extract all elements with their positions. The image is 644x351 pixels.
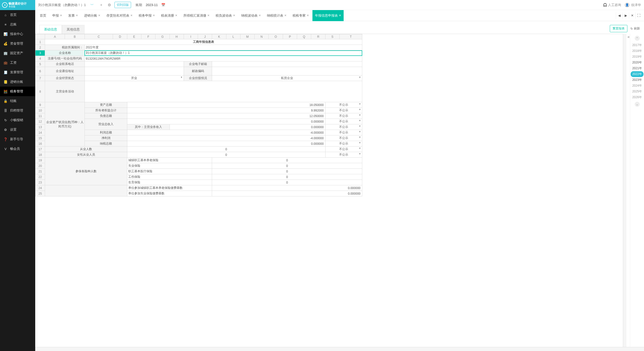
cell[interactable]: 0 [127,152,325,158]
cell[interactable] [85,81,362,102]
cell[interactable]: 不公示 [325,113,362,119]
nav-新手引导[interactable]: ❓新手引导 [0,134,35,144]
col-header[interactable]: T [339,34,362,39]
row-number[interactable]: 21 [35,169,45,174]
tab-close-icon[interactable]: ✕ [175,14,177,17]
cell[interactable] [85,67,184,76]
cell[interactable] [212,61,362,67]
row-number[interactable]: 5 [35,61,45,67]
status-dropdown[interactable]: 开业 [85,76,184,81]
settings-icon[interactable]: ⚙ [106,3,112,7]
vertical-scrollbar[interactable] [623,34,626,347]
cell[interactable]: 0 [212,158,362,163]
cell[interactable]: 0.000000 [127,119,325,124]
cell[interactable]: 0.000000 [170,124,325,130]
col-header[interactable]: B [65,34,85,39]
tab-close-icon[interactable]: ✕ [259,14,261,17]
col-header[interactable]: K [212,34,226,39]
row-number[interactable]: 13 [35,124,45,130]
year-down-icon[interactable]: ⌄ [635,102,640,107]
row-number[interactable]: 12 [35,119,45,124]
row-number[interactable]: 17 [35,147,45,152]
cell[interactable]: 不公示 [325,108,362,113]
cell[interactable]: 0 [212,180,362,185]
tabs-prev-icon[interactable]: ◀ [616,12,622,19]
col-header[interactable]: L [226,34,240,39]
nav-结账[interactable]: 🔒结账 [0,96,35,106]
col-header[interactable]: J [198,34,212,39]
nav-资金管理[interactable]: 💰资金管理 [0,39,35,48]
tab-close-icon[interactable]: ✕ [339,14,341,17]
cell[interactable] [212,67,362,76]
row-number[interactable]: 9 [35,102,45,108]
refresh-button[interactable]: ↻ 刷新 [630,26,640,31]
nav-畅会员[interactable]: V畅会员 [0,144,35,154]
cell[interactable]: 9.992000 [127,108,325,113]
company-value[interactable]: 刘小艳演示账套（勿删勿动！）1 [85,50,362,56]
cell[interactable]: 不公示 [325,135,362,141]
cell[interactable]: 0 [127,147,325,152]
cell[interactable]: 0.000000 [212,185,362,191]
tab-税检专家[interactable]: 税检专家✕ [290,10,311,21]
row-number[interactable]: 23 [35,180,45,185]
tab-年报信息申报表[interactable]: 年报信息申报表✕ [312,10,344,21]
row-number[interactable]: 19 [35,158,45,163]
cell[interactable]: -4.000000 [127,135,325,141]
tab-close-icon[interactable]: ✕ [76,14,78,17]
nav-归档管理[interactable]: 🗄归档管理 [0,106,35,115]
row-number[interactable]: 20 [35,163,45,169]
cell[interactable]: -4.000000 [127,130,325,135]
nav-小畅报销[interactable]: ↻小畅报销 [0,115,35,125]
tab-close-icon[interactable]: ✕ [153,14,155,17]
col-header[interactable]: S [325,34,339,39]
nav-工资[interactable]: 💼工资 [0,58,35,67]
row-number[interactable]: 8 [35,81,45,102]
row-number[interactable]: 11 [35,113,45,119]
tabs-close-all-icon[interactable]: ✕ [629,12,635,19]
tab-税负波动表[interactable]: 税负波动表✕ [213,10,238,21]
row-number[interactable]: 15 [35,135,45,141]
row-number[interactable]: 1 [35,39,45,45]
year-2026年[interactable]: 2026年 [631,94,643,100]
tab-进销台账[interactable]: 进销台账✕ [82,10,103,21]
cell[interactable]: 0 [212,169,362,174]
calendar-icon[interactable]: 📅 [161,3,165,7]
col-header[interactable]: I [184,34,198,39]
col-header[interactable]: F [141,34,155,39]
cell[interactable]: 12.050000 [127,113,325,119]
nav-报表中心[interactable]: 📊报表中心 [0,29,35,39]
cell[interactable]: 不公示 [325,152,362,158]
tab-税务申报[interactable]: 税务申报✕ [136,10,157,21]
row-number[interactable]: 7 [35,76,45,81]
cell[interactable]: 0.000000 [212,191,362,196]
cell[interactable] [85,61,184,67]
nav-总账[interactable]: ≡总账 [0,20,35,29]
col-header[interactable]: R [311,34,325,39]
col-header[interactable] [35,34,45,39]
col-header[interactable]: D [113,34,127,39]
cell[interactable]: 不公示 [325,102,362,108]
tab-close-icon[interactable]: ✕ [98,14,100,17]
row-number[interactable]: 2 [35,45,45,50]
account-dropdown-icon[interactable]: ﹀ [88,3,96,7]
regno-value[interactable]: 91320811MA7NGR2W6R [85,56,362,61]
tab-所得税汇算清缴[interactable]: 所得税汇算清缴✕ [181,10,212,21]
horizontal-scrollbar[interactable] [35,347,644,351]
nav-税务管理[interactable]: 🧮税务管理 [0,87,35,96]
row-number[interactable]: 3 [35,50,45,56]
cell[interactable]: 18.050000 [127,102,325,108]
year-up-icon[interactable]: ⌃ [635,36,640,41]
row-number[interactable]: 18 [35,152,45,158]
cell[interactable]: 不公示 [325,124,362,130]
subtab-其他信息[interactable]: 其他信息 [62,25,85,34]
row-number[interactable]: 14 [35,130,45,135]
tabs-next-icon[interactable]: ▶ [622,12,629,19]
consult-link[interactable]: 🎧 人工咨询 [603,3,621,7]
tab-首页[interactable]: 首页 [37,10,49,21]
tab-close-icon[interactable]: ✕ [284,14,287,17]
row-number[interactable]: 22 [35,174,45,180]
year-2017年[interactable]: 2017年 [631,42,643,48]
cell[interactable]: 0 [212,163,362,169]
row-number[interactable]: 25 [35,191,45,196]
switch-old-version-button[interactable]: 切到旧版 [114,2,131,8]
